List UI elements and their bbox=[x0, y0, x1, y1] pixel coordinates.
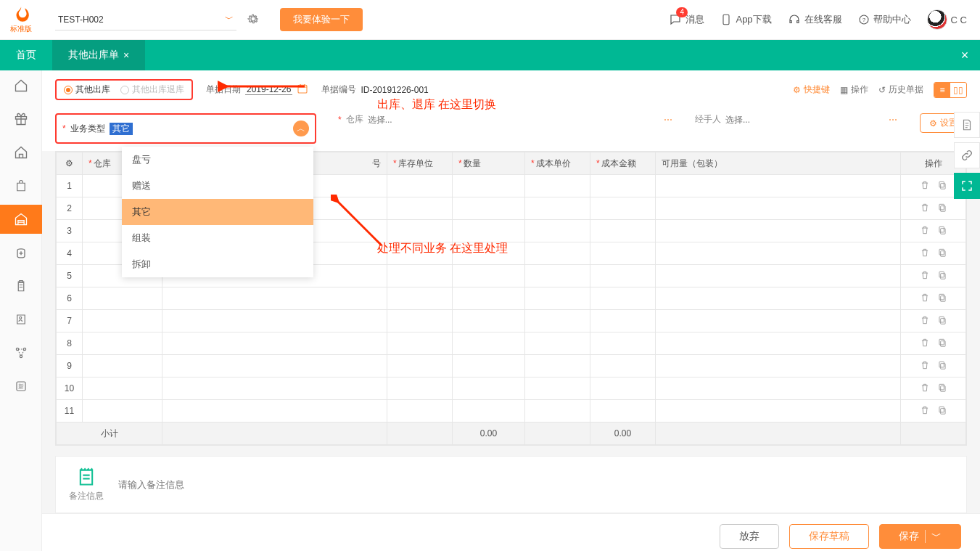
copy-icon[interactable] bbox=[937, 225, 947, 237]
rail-expand-icon[interactable] bbox=[954, 173, 980, 199]
copy-icon[interactable] bbox=[937, 338, 947, 350]
table-row[interactable]: 11 bbox=[57, 400, 966, 423]
chevron-up-icon: ︿ bbox=[293, 121, 309, 136]
side-nav: 新 bbox=[0, 70, 42, 551]
table-row[interactable]: 9 bbox=[57, 355, 966, 377]
more-icon[interactable]: ⋯ bbox=[664, 115, 673, 125]
app-download[interactable]: App下载 bbox=[720, 13, 771, 26]
save-draft-button[interactable]: 保存草稿 bbox=[789, 524, 869, 549]
dd-item-3[interactable]: 组装 bbox=[122, 225, 313, 251]
warehouse-input[interactable] bbox=[368, 115, 659, 125]
history-button[interactable]: ↺历史单据 bbox=[878, 83, 923, 96]
doc-number: 单据编号 ID-20191226-001 bbox=[321, 83, 428, 96]
gear-icon[interactable] bbox=[247, 12, 260, 28]
remark-input[interactable] bbox=[118, 479, 953, 490]
rail-doc-icon[interactable] bbox=[954, 112, 980, 138]
ops-button[interactable]: ▦操作 bbox=[840, 83, 868, 96]
svg-rect-10 bbox=[939, 181, 943, 187]
th-gear[interactable]: ⚙ bbox=[57, 152, 83, 175]
nav-gift-icon[interactable] bbox=[13, 111, 29, 127]
close-icon[interactable]: × bbox=[123, 49, 129, 61]
delete-icon[interactable] bbox=[920, 225, 930, 237]
copy-icon[interactable] bbox=[937, 293, 947, 305]
tab-other-outbound[interactable]: 其他出库单 × bbox=[52, 40, 145, 70]
copy-icon[interactable] bbox=[937, 360, 947, 372]
business-type-dropdown: 盘亏 赠送 其它 组装 拆卸 bbox=[122, 147, 313, 277]
help-button[interactable]: ? 帮助中心 bbox=[858, 13, 911, 26]
edition-label: 标准版 bbox=[10, 24, 32, 34]
radio-outbound-return[interactable]: 其他出库退库 bbox=[120, 83, 184, 96]
table-row[interactable]: 8 bbox=[57, 332, 966, 355]
handler-input[interactable] bbox=[725, 115, 884, 125]
more-icon[interactable]: ⋯ bbox=[889, 115, 898, 125]
nav-flow-icon[interactable] bbox=[13, 345, 29, 361]
delete-icon[interactable] bbox=[920, 248, 930, 260]
delete-icon[interactable] bbox=[920, 293, 930, 305]
svg-rect-25 bbox=[940, 363, 944, 369]
view-list[interactable]: ≡ bbox=[934, 83, 950, 97]
warehouse-field[interactable]: * 仓库 ⋯ bbox=[338, 113, 673, 126]
support-button[interactable]: 在线客服 bbox=[788, 13, 842, 26]
th-qty: *数量 bbox=[453, 152, 525, 175]
calendar-icon[interactable] bbox=[297, 83, 308, 97]
nav-bag-icon[interactable] bbox=[13, 178, 29, 194]
svg-rect-9 bbox=[940, 183, 944, 189]
top-right: 消息 4 App下载 在线客服 ? 帮助中心 C C bbox=[669, 9, 967, 30]
delete-icon[interactable] bbox=[920, 383, 930, 395]
view-card[interactable]: ▯▯ bbox=[950, 83, 966, 97]
nav-new-icon[interactable]: 新 bbox=[13, 378, 29, 394]
copy-icon[interactable] bbox=[937, 405, 947, 417]
svg-rect-12 bbox=[939, 204, 943, 210]
svg-rect-13 bbox=[940, 228, 944, 234]
delete-icon[interactable] bbox=[920, 405, 930, 417]
delete-icon[interactable] bbox=[920, 315, 930, 327]
nav-inout-icon[interactable] bbox=[13, 144, 29, 160]
dd-item-2[interactable]: 其它 bbox=[122, 199, 313, 225]
delete-icon[interactable] bbox=[920, 203, 930, 215]
business-type-select[interactable]: * 业务类型 其它 ︿ bbox=[62, 121, 309, 136]
dd-item-0[interactable]: 盘亏 bbox=[122, 147, 313, 173]
th-avail: 可用量（包装） bbox=[656, 152, 901, 175]
svg-point-5 bbox=[20, 355, 22, 357]
save-button[interactable]: 保存 ﹀ bbox=[879, 524, 961, 549]
rail-link-icon[interactable] bbox=[954, 142, 980, 168]
trial-button[interactable]: 我要体验一下 bbox=[280, 8, 363, 31]
close-all-tabs[interactable]: × bbox=[950, 40, 980, 70]
table-row[interactable]: 7 bbox=[57, 310, 966, 332]
shortcut-button[interactable]: ⚙快捷键 bbox=[793, 83, 830, 96]
delete-icon[interactable] bbox=[920, 338, 930, 350]
handler-field[interactable]: 经手人 ⋯ bbox=[695, 113, 898, 126]
delete-icon[interactable] bbox=[920, 270, 930, 282]
copy-icon[interactable] bbox=[937, 248, 947, 260]
nav-warehouse-icon[interactable] bbox=[0, 205, 42, 234]
svg-rect-28 bbox=[939, 384, 943, 390]
nav-contact-icon[interactable] bbox=[13, 311, 29, 327]
footer-actions: 放弃 保存草稿 保存 ﹀ bbox=[42, 513, 980, 551]
copy-icon[interactable] bbox=[937, 180, 947, 192]
discard-button[interactable]: 放弃 bbox=[720, 524, 779, 549]
nav-money-icon[interactable] bbox=[13, 245, 29, 261]
date-input[interactable]: 2019-12-26 bbox=[245, 84, 292, 95]
user-menu[interactable]: C C bbox=[927, 9, 967, 30]
help-icon: ? bbox=[858, 14, 870, 25]
subtotal-row: 小计 0.00 0.00 bbox=[57, 423, 966, 445]
org-selector[interactable]: TEST-H002 ﹀ bbox=[55, 9, 236, 30]
business-type-value: 其它 bbox=[110, 123, 133, 135]
table-row[interactable]: 6 bbox=[57, 287, 966, 310]
copy-icon[interactable] bbox=[937, 203, 947, 215]
radio-outbound[interactable]: 其他出库 bbox=[64, 83, 110, 96]
org-selected: TEST-H002 bbox=[58, 15, 104, 25]
table-row[interactable]: 10 bbox=[57, 377, 966, 400]
copy-icon[interactable] bbox=[937, 270, 947, 282]
messages-button[interactable]: 消息 4 bbox=[669, 13, 704, 26]
tab-home[interactable]: 首页 bbox=[0, 40, 52, 70]
copy-icon[interactable] bbox=[937, 315, 947, 327]
copy-icon[interactable] bbox=[937, 383, 947, 395]
nav-home-icon[interactable] bbox=[13, 78, 29, 94]
nav-clipboard-icon[interactable] bbox=[13, 278, 29, 294]
dd-item-1[interactable]: 赠送 bbox=[122, 173, 313, 199]
delete-icon[interactable] bbox=[920, 360, 930, 372]
delete-icon[interactable] bbox=[920, 180, 930, 192]
avatar bbox=[927, 9, 947, 30]
dd-item-4[interactable]: 拆卸 bbox=[122, 251, 313, 277]
